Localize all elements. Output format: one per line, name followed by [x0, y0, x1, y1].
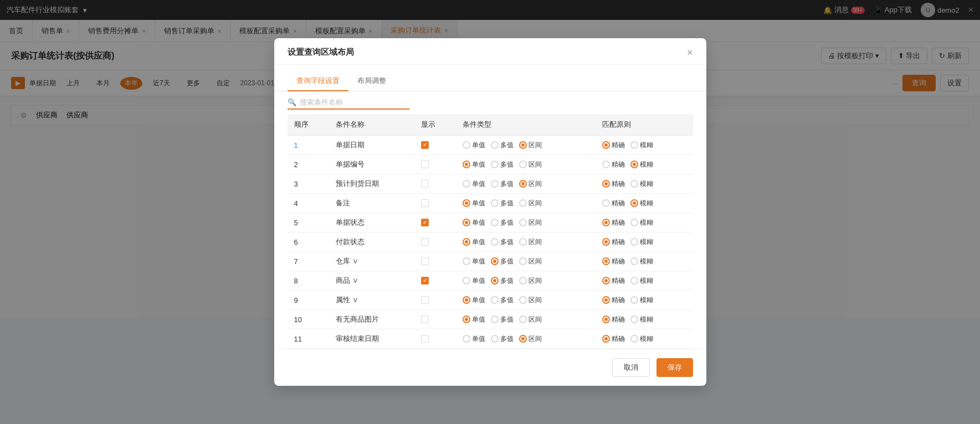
- table-row: 5单据状态单值多值区间精确模糊: [288, 213, 693, 232]
- cell-name: 单据编号: [329, 155, 414, 174]
- display-checkbox[interactable]: [421, 316, 429, 318]
- type-option-多值[interactable]: 多值: [491, 199, 514, 208]
- display-checkbox[interactable]: [421, 257, 429, 265]
- match-option-模糊[interactable]: 模糊: [630, 218, 653, 227]
- cell-display[interactable]: [414, 310, 456, 318]
- display-checkbox[interactable]: [421, 161, 429, 168]
- type-option-区间[interactable]: 区间: [519, 296, 542, 305]
- match-option-精确[interactable]: 精确: [602, 237, 625, 247]
- match-option-精确[interactable]: 精确: [602, 141, 625, 150]
- match-option-精确[interactable]: 精确: [602, 218, 625, 227]
- type-option-单值[interactable]: 单值: [463, 160, 485, 169]
- cell-display[interactable]: [414, 213, 456, 232]
- match-option-模糊[interactable]: 模糊: [630, 141, 653, 150]
- display-checkbox[interactable]: [421, 219, 429, 226]
- display-checkbox[interactable]: [421, 141, 429, 149]
- modal-search-area: 🔍: [274, 91, 706, 114]
- type-option-区间[interactable]: 区间: [519, 276, 542, 286]
- match-option-精确[interactable]: 精确: [602, 276, 625, 286]
- type-option-区间[interactable]: 区间: [519, 199, 542, 208]
- match-option-精确[interactable]: 精确: [602, 315, 625, 318]
- type-option-区间[interactable]: 区间: [519, 257, 542, 266]
- type-option-多值[interactable]: 多值: [491, 218, 514, 227]
- match-option-模糊[interactable]: 模糊: [630, 179, 653, 189]
- match-option-模糊[interactable]: 模糊: [630, 199, 653, 208]
- cell-display[interactable]: [414, 194, 456, 213]
- modal-tab-query[interactable]: 查询字段设置: [288, 71, 348, 91]
- type-option-多值[interactable]: 多值: [491, 160, 514, 169]
- type-option-单值[interactable]: 单值: [463, 237, 485, 247]
- match-option-精确[interactable]: 精确: [602, 179, 625, 189]
- type-option-单值[interactable]: 单值: [463, 141, 485, 150]
- cell-type: 单值多值区间: [456, 252, 596, 271]
- cell-order: 5: [288, 213, 329, 232]
- match-option-模糊[interactable]: 模糊: [630, 237, 653, 247]
- type-option-单值[interactable]: 单值: [463, 199, 485, 208]
- display-checkbox[interactable]: [421, 277, 429, 285]
- cell-match: 精确模糊: [596, 291, 692, 310]
- cell-display[interactable]: [414, 271, 456, 291]
- match-option-模糊[interactable]: 模糊: [630, 296, 653, 305]
- type-option-多值[interactable]: 多值: [491, 276, 514, 286]
- cell-type: 单值多值区间: [456, 194, 596, 213]
- config-table-body: 1单据日期单值多值区间精确模糊2单据编号单值多值区间精确模糊3预计到货日期单值多…: [288, 136, 693, 318]
- type-option-单值[interactable]: 单值: [463, 257, 485, 266]
- display-checkbox[interactable]: [421, 238, 429, 246]
- cell-display[interactable]: [414, 252, 456, 271]
- cell-display[interactable]: [414, 232, 456, 252]
- type-option-区间[interactable]: 区间: [519, 237, 542, 247]
- th-name: 条件名称: [329, 114, 414, 136]
- type-option-多值[interactable]: 多值: [491, 179, 514, 189]
- cell-match: 精确模糊: [596, 194, 692, 213]
- cell-match: 精确模糊: [596, 310, 692, 318]
- cell-match: 精确模糊: [596, 155, 692, 174]
- type-option-区间[interactable]: 区间: [519, 141, 542, 150]
- cell-display[interactable]: [414, 155, 456, 174]
- cell-display[interactable]: [414, 291, 456, 310]
- th-type: 条件类型: [456, 114, 596, 136]
- table-row: 3预计到货日期单值多值区间精确模糊: [288, 174, 693, 194]
- type-option-多值[interactable]: 多值: [491, 315, 514, 318]
- match-option-精确[interactable]: 精确: [602, 296, 625, 305]
- modal-tab-layout[interactable]: 布局调整: [348, 71, 395, 91]
- cell-type: 单值多值区间: [456, 291, 596, 310]
- type-option-区间[interactable]: 区间: [519, 218, 542, 227]
- search-input[interactable]: [300, 98, 399, 106]
- cell-display[interactable]: [414, 174, 456, 194]
- match-option-精确[interactable]: 精确: [602, 160, 625, 169]
- modal-close-btn[interactable]: ×: [687, 48, 693, 58]
- cell-match: 精确模糊: [596, 232, 692, 252]
- table-row: 4备注单值多值区间精确模糊: [288, 194, 693, 213]
- cell-display[interactable]: [414, 136, 456, 155]
- display-checkbox[interactable]: [421, 180, 429, 188]
- type-option-单值[interactable]: 单值: [463, 179, 485, 189]
- type-option-多值[interactable]: 多值: [491, 237, 514, 247]
- display-checkbox[interactable]: [421, 199, 429, 207]
- cell-name: 仓库 ∨: [329, 252, 414, 271]
- type-option-多值[interactable]: 多值: [491, 141, 514, 150]
- modal-title: 设置查询区域布局: [288, 47, 354, 58]
- type-option-区间[interactable]: 区间: [519, 315, 542, 318]
- match-option-模糊[interactable]: 模糊: [630, 160, 653, 169]
- match-option-精确[interactable]: 精确: [602, 199, 625, 208]
- type-option-区间[interactable]: 区间: [519, 160, 542, 169]
- type-option-区间[interactable]: 区间: [519, 179, 542, 189]
- type-option-多值[interactable]: 多值: [491, 257, 514, 266]
- type-option-单值[interactable]: 单值: [463, 218, 485, 227]
- cell-type: 单值多值区间: [456, 232, 596, 252]
- cell-name: 商品 ∨: [329, 271, 414, 291]
- type-option-单值[interactable]: 单值: [463, 276, 485, 286]
- type-option-多值[interactable]: 多值: [491, 296, 514, 305]
- display-checkbox[interactable]: [421, 296, 429, 304]
- cell-type: 单值多值区间: [456, 136, 596, 155]
- modal-tabs: 查询字段设置 布局调整: [274, 65, 706, 91]
- match-option-模糊[interactable]: 模糊: [630, 276, 653, 286]
- match-option-模糊[interactable]: 模糊: [630, 257, 653, 266]
- match-option-模糊[interactable]: 模糊: [630, 315, 653, 318]
- table-row: 8商品 ∨单值多值区间精确模糊: [288, 271, 693, 291]
- cell-order: 3: [288, 174, 329, 194]
- settings-modal: 设置查询区域布局 × 查询字段设置 布局调整 🔍 顺序: [274, 38, 706, 318]
- type-option-单值[interactable]: 单值: [463, 296, 485, 305]
- type-option-单值[interactable]: 单值: [463, 315, 485, 318]
- match-option-精确[interactable]: 精确: [602, 257, 625, 266]
